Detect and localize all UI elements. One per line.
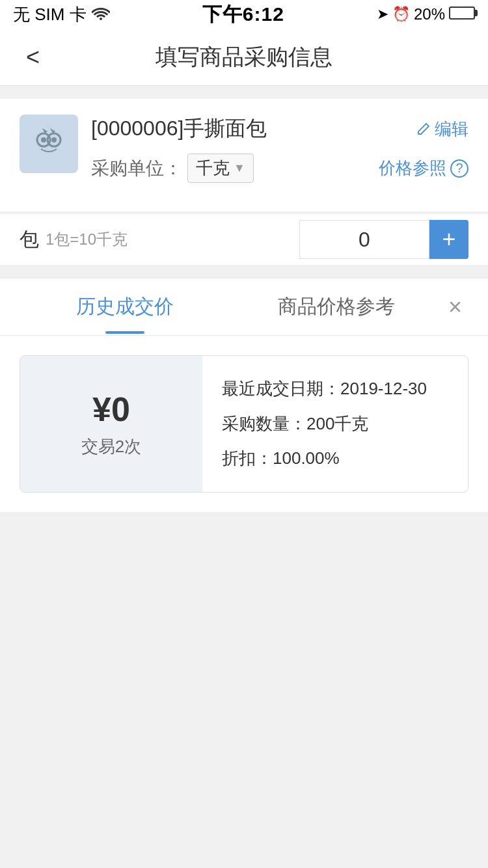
transaction-count: 交易2次 xyxy=(81,435,141,458)
discount-value: 100.00% xyxy=(273,448,340,468)
battery-icon xyxy=(449,5,475,23)
purchase-qty-row: 采购数量：200千克 xyxy=(222,411,448,438)
unit-value: 千克 xyxy=(196,157,230,180)
recent-date-row: 最近成交日期：2019-12-30 xyxy=(222,375,448,403)
tab-history-label: 历史成交价 xyxy=(76,295,174,317)
package-label: 包 1包=10千克 xyxy=(20,226,128,253)
recent-date-value: 2019-12-30 xyxy=(340,379,427,398)
svg-point-3 xyxy=(51,137,57,142)
tab-price-reference[interactable]: 商品价格参考 xyxy=(230,280,441,333)
quantity-input[interactable]: 0 xyxy=(299,220,429,259)
help-icon: ? xyxy=(450,159,468,178)
price-reference-button[interactable]: 价格参照 ? xyxy=(379,157,468,180)
transaction-details: 最近成交日期：2019-12-30 采购数量：200千克 折扣：100.00% xyxy=(202,356,468,492)
package-ratio: 1包=10千克 xyxy=(46,229,128,250)
tab-reference-label: 商品价格参考 xyxy=(278,295,395,317)
chevron-down-icon: ▼ xyxy=(234,161,245,175)
package-icon: 包 xyxy=(20,226,39,253)
battery-percent: 20% xyxy=(414,5,445,23)
carrier-text: 无 SIM 卡 xyxy=(13,3,87,26)
product-name: [0000006]手撕面包 xyxy=(91,115,267,143)
unit-label: 采购单位： xyxy=(91,156,182,181)
product-title-row: [0000006]手撕面包 编辑 xyxy=(91,115,468,143)
alarm-icon: ⏰ xyxy=(392,6,410,23)
back-button[interactable]: < xyxy=(20,37,46,77)
location-icon: ➤ xyxy=(377,6,388,23)
price-value: 0 xyxy=(111,390,130,428)
discount-label: 折扣： xyxy=(222,448,273,468)
product-thumbnail xyxy=(20,115,78,173)
status-right: ➤ ⏰ 20% xyxy=(377,5,475,23)
unit-label-group: 采购单位： 千克 ▼ xyxy=(91,154,254,183)
tabs-section: 历史成交价 商品价格参考 × ¥0 交易2次 最近成交日期：2019-12-30… xyxy=(0,278,488,512)
main-content xyxy=(0,512,488,868)
transaction-content: ¥0 交易2次 最近成交日期：2019-12-30 采购数量：200千克 折扣：… xyxy=(0,336,488,512)
transaction-card: ¥0 交易2次 最近成交日期：2019-12-30 采购数量：200千克 折扣：… xyxy=(20,355,468,493)
plus-icon: + xyxy=(442,226,455,253)
product-header: [0000006]手撕面包 编辑 采购单位： 千克 ▼ 价格 xyxy=(20,115,468,183)
product-card: [0000006]手撕面包 编辑 采购单位： 千克 ▼ 价格 xyxy=(0,99,488,211)
quantity-section: 包 1包=10千克 0 + xyxy=(0,213,488,265)
edit-button[interactable]: 编辑 xyxy=(416,118,468,141)
product-image-icon xyxy=(29,122,68,167)
purchase-qty-label: 采购数量： xyxy=(222,414,306,433)
purchase-qty-value: 200千克 xyxy=(306,414,368,433)
price-symbol: ¥ xyxy=(92,390,111,428)
tabs-header: 历史成交价 商品价格参考 × xyxy=(0,278,488,336)
wifi-icon xyxy=(92,5,110,25)
quantity-control: 0 + xyxy=(299,220,468,259)
edit-label: 编辑 xyxy=(435,118,468,141)
transaction-price: ¥0 xyxy=(92,390,130,429)
status-time: 下午6:12 xyxy=(202,1,284,28)
plus-button[interactable]: + xyxy=(429,220,468,259)
product-info: [0000006]手撕面包 编辑 采购单位： 千克 ▼ 价格 xyxy=(91,115,468,183)
unit-select[interactable]: 千克 ▼ xyxy=(187,154,254,183)
purchase-unit-row: 采购单位： 千克 ▼ 价格参照 ? xyxy=(91,154,468,183)
quantity-value: 0 xyxy=(359,228,370,252)
recent-date-label: 最近成交日期： xyxy=(222,379,340,398)
discount-row: 折扣：100.00% xyxy=(222,445,448,472)
tab-history-price[interactable]: 历史成交价 xyxy=(20,280,230,333)
svg-point-2 xyxy=(41,137,46,142)
price-ref-label: 价格参照 xyxy=(379,157,446,180)
tab-close-button[interactable]: × xyxy=(442,287,468,327)
status-bar: 无 SIM 卡 下午6:12 ➤ ⏰ 20% xyxy=(0,0,488,29)
status-left: 无 SIM 卡 xyxy=(13,3,110,26)
nav-bar: < 填写商品采购信息 xyxy=(0,29,488,86)
page-title: 填写商品采购信息 xyxy=(156,42,332,72)
transaction-price-section: ¥0 交易2次 xyxy=(20,356,202,492)
